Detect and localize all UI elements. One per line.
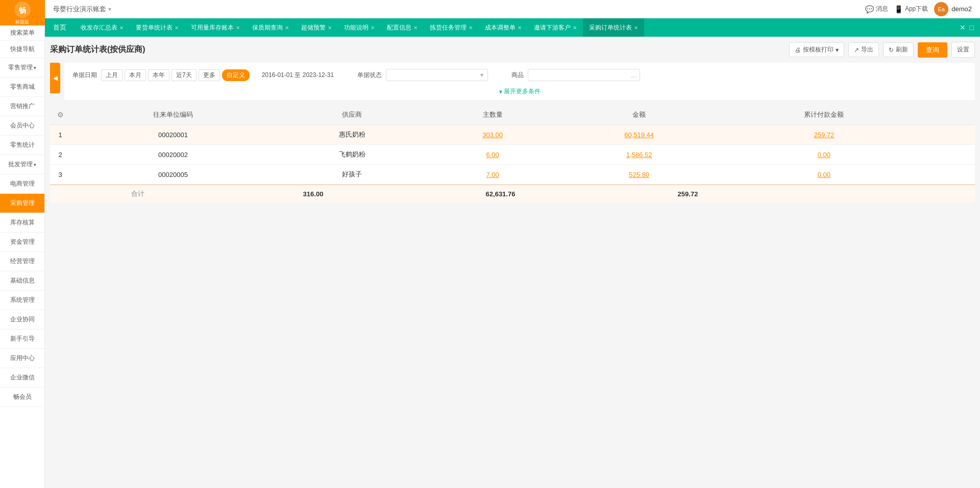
close-icon[interactable]: ✕	[469, 25, 473, 31]
sidebar-item-wholesale-mgmt[interactable]: 批发管理 ▾	[0, 155, 44, 174]
expand-more-btn[interactable]: ▾ 展开更多条件	[499, 87, 541, 96]
nav-home[interactable]: 首页	[45, 18, 75, 37]
goods-input[interactable]	[528, 69, 628, 81]
nav-tab-available-inventory[interactable]: 可用量库存账本 ✕	[185, 18, 246, 37]
sidebar-item-enterprise-wechat[interactable]: 企业微信	[0, 368, 44, 388]
nav-tab-invite-downstream[interactable]: 邀请下游客户 ✕	[528, 18, 583, 37]
sidebar-item-purchase-mgmt[interactable]: 采购管理	[0, 194, 44, 213]
close-icon[interactable]: ✕	[328, 25, 332, 31]
download-icon: 📱	[894, 5, 903, 13]
date-btn-7days[interactable]: 近7天	[172, 69, 197, 81]
cell-main-qty[interactable]: 7.00	[429, 165, 557, 185]
sidebar-item-enterprise-coop[interactable]: 企业协同	[0, 310, 44, 329]
footer-paid-amount: 259.72	[594, 190, 781, 198]
nav-tab-receive-summary[interactable]: 收发存汇总表 ✕	[75, 18, 130, 37]
query-button[interactable]: 查询	[918, 42, 947, 58]
nav-tab-config[interactable]: 配置信息 ✕	[381, 18, 424, 37]
sidebar-item-inventory[interactable]: 库存核算	[0, 213, 44, 233]
sidebar-item-retail-mgmt[interactable]: 零售管理 ▾	[0, 58, 44, 78]
cell-amount[interactable]: 1,586.52	[557, 145, 722, 165]
user-menu[interactable]: Ea demo2	[934, 2, 972, 16]
close-window-btn[interactable]: ✕	[960, 23, 966, 32]
table-row: 2 00020002 飞鹤奶粉 6.00 1,586.52 0.00	[50, 145, 975, 165]
date-btn-this-month[interactable]: 本月	[125, 69, 146, 81]
nav-tab-func-desc[interactable]: 功能说明 ✕	[338, 18, 381, 37]
sidebar-item-label: 基础信息	[10, 277, 35, 284]
message-icon: 💬	[865, 5, 874, 13]
sidebar-item-basics[interactable]: 基础信息	[0, 271, 44, 291]
search-menu-label: 搜索菜单	[10, 29, 35, 36]
settings-button[interactable]: 设置	[951, 42, 975, 58]
sidebar-item-retail-stats[interactable]: 零售统计	[0, 136, 44, 155]
date-btn-last-month[interactable]: 上月	[101, 69, 122, 81]
quick-nav[interactable]: 快捷导航	[0, 41, 44, 58]
content-area: 采购订单统计表(按供应商) 🖨 按模板打印 ▾ ↗ 导出 ↻ 刷新 查询 设置	[45, 37, 980, 488]
chevron-left-icon: ◀	[53, 74, 58, 82]
cell-supplier: 飞鹤奶粉	[276, 145, 429, 165]
gear-icon[interactable]: ⚙	[57, 111, 64, 119]
message-btn[interactable]: 💬 消息	[865, 5, 888, 13]
export-button[interactable]: ↗ 导出	[848, 42, 879, 57]
nav-tab-picking[interactable]: 拣货任务管理 ✕	[424, 18, 479, 37]
chevron-down-icon: ▾	[480, 71, 483, 79]
maximize-btn[interactable]: □	[970, 23, 974, 32]
page-header: 采购订单统计表(按供应商) 🖨 按模板打印 ▾ ↗ 导出 ↻ 刷新 查询 设置	[50, 42, 975, 58]
table-header: ⚙ 往来单位编码 供应商 主数量 金额 累计付款金额	[50, 105, 975, 125]
sidebar-item-member-center[interactable]: 会员中心	[0, 116, 44, 136]
cell-paid-amount[interactable]: 0.00	[721, 145, 926, 165]
cell-main-qty[interactable]: 303.00	[429, 125, 557, 145]
status-select[interactable]: ▾	[386, 69, 488, 81]
table-body: 1 00020001 惠氏奶粉 303.00 60,519.44 259.72 …	[50, 125, 975, 185]
cell-paid-amount[interactable]: 0.00	[721, 165, 926, 185]
close-icon[interactable]: ✕	[119, 25, 124, 31]
filter-section: ◀ 单据日期 上月 本月 本年 近7天 更多 自定义	[50, 63, 975, 100]
nav-tab-expiry[interactable]: 保质期查询 ✕	[246, 18, 295, 37]
filter-main-row: 单据日期 上月 本月 本年 近7天 更多 自定义 2016-01-01 至 20…	[72, 69, 967, 81]
print-button[interactable]: 🖨 按模板打印 ▾	[789, 42, 844, 57]
date-btn-custom[interactable]: 自定义	[222, 69, 250, 81]
date-btn-this-year[interactable]: 本年	[148, 69, 169, 81]
refresh-button[interactable]: ↻ 刷新	[883, 42, 914, 57]
close-icon[interactable]: ✕	[371, 25, 375, 31]
close-icon[interactable]: ✕	[634, 25, 638, 31]
app-download-btn[interactable]: 📱 App下载	[894, 5, 928, 13]
nav-tab-purchase-order-stats[interactable]: 采购订单统计表 ✕	[583, 18, 644, 37]
sidebar-item-system[interactable]: 系统管理	[0, 291, 44, 310]
nav-tab-goods-stats[interactable]: 要货单统计表 ✕	[130, 18, 185, 37]
cell-supplier: 好孩子	[276, 165, 429, 185]
ellipsis-btn[interactable]: ...	[628, 71, 640, 79]
sidebar-item-operations[interactable]: 经营管理	[0, 252, 44, 271]
close-icon[interactable]: ✕	[285, 25, 289, 31]
cell-idx: 1	[50, 125, 70, 145]
date-btn-more[interactable]: 更多	[199, 69, 220, 81]
sidebar-item-label: 零售商城	[10, 83, 35, 90]
filter-date-item: 单据日期 上月 本月 本年 近7天 更多 自定义	[72, 69, 250, 81]
close-icon[interactable]: ✕	[175, 25, 179, 31]
sidebar-item-app-center[interactable]: 应用中心	[0, 349, 44, 368]
close-icon[interactable]: ✕	[573, 25, 577, 31]
cell-amount[interactable]: 525.80	[557, 165, 722, 185]
nav-tab-cost-adjust[interactable]: 成本调整单 ✕	[479, 18, 528, 37]
chevron-down-icon[interactable]: ▾	[108, 6, 111, 13]
sidebar-item-retail-store[interactable]: 零售商城	[0, 78, 44, 97]
cell-amount[interactable]: 60,519.44	[557, 125, 722, 145]
cell-paid-amount[interactable]: 259.72	[721, 125, 926, 145]
sidebar-item-member-card[interactable]: 畅会员	[0, 388, 44, 407]
sidebar-item-label: 电商管理	[10, 180, 35, 187]
nav-tab-overstock[interactable]: 超储预警 ✕	[295, 18, 338, 37]
th-paid-amount: 累计付款金额	[721, 105, 926, 125]
top-nav: 首页 收发存汇总表 ✕ 要货单统计表 ✕ 可用量库存账本 ✕ 保质期查询 ✕ 超…	[45, 18, 980, 37]
close-icon[interactable]: ✕	[518, 25, 522, 31]
close-icon[interactable]: ✕	[413, 25, 418, 31]
sidebar-item-ecommerce[interactable]: 电商管理	[0, 174, 44, 194]
main-area: 母婴行业演示账套 ▾ 💬 消息 📱 App下载 Ea demo2 首页 收发存	[45, 0, 980, 488]
sidebar-item-new-guide[interactable]: 新手引导	[0, 329, 44, 349]
sidebar-item-label: 经营管理	[10, 258, 35, 265]
search-menu[interactable]: 搜索菜单	[0, 25, 44, 41]
sidebar-item-label: 新手引导	[10, 335, 35, 342]
sidebar-item-marketing[interactable]: 营销推广	[0, 97, 44, 116]
close-icon[interactable]: ✕	[236, 25, 240, 31]
filter-toggle-btn[interactable]: ◀	[50, 63, 60, 93]
cell-main-qty[interactable]: 6.00	[429, 145, 557, 165]
sidebar-item-finance[interactable]: 资金管理	[0, 233, 44, 252]
